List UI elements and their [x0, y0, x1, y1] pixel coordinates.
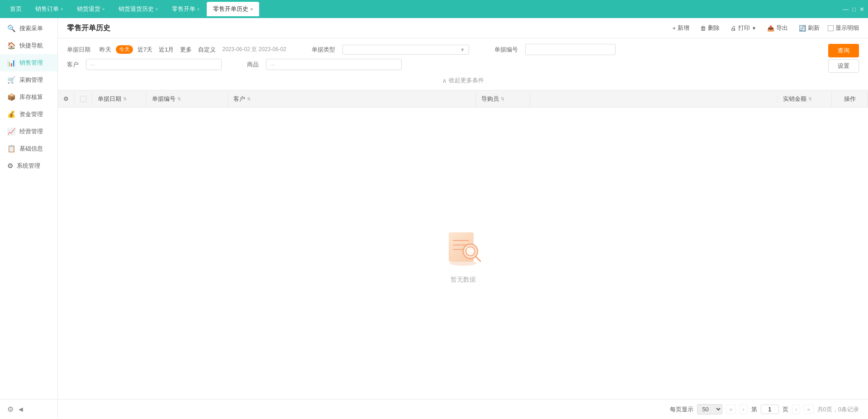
col-amount-sort-icon: ⇅ — [808, 96, 812, 101]
bill-type-select[interactable]: ▼ — [342, 45, 469, 55]
product-placeholder: ··· — [270, 61, 398, 68]
sidebar-label-7: 基础信息 — [19, 145, 43, 153]
date-options: 昨天 今天 近7天 近1月 更多 自定义 2023-06-02 至 2023-0… — [98, 45, 286, 55]
sidebar-item-7[interactable]: 📋基础信息 — [0, 140, 57, 157]
sidebar-item-8[interactable]: ⚙系统管理 — [0, 157, 57, 174]
col-date[interactable]: 单据日期 ⇅ — [92, 91, 147, 107]
tab-label: 首页 — [10, 5, 22, 13]
delete-label: 删除 — [708, 24, 720, 32]
tab-零售开单[interactable]: 零售开单 × — [166, 2, 206, 16]
sidebar-item-2[interactable]: 📊销售管理 — [0, 54, 57, 71]
sidebar-item-1[interactable]: 🏠快捷导航 — [0, 37, 57, 54]
last-page-button[interactable]: » — [804, 405, 813, 414]
tab-label: 销售订单 — [35, 5, 59, 13]
pagination: 每页显示 50 100 200 « ‹ 第 页 › » 共0页，0条记录 — [58, 399, 868, 419]
bill-num-label: 单据编号 — [494, 46, 518, 54]
refresh-label: 刷新 — [808, 24, 820, 32]
page-title: 零售开单历史 — [67, 24, 110, 33]
customer-placeholder: ··· — [90, 61, 218, 68]
sidebar-item-5[interactable]: 💰资金管理 — [0, 106, 57, 123]
product-input[interactable]: ··· — [266, 59, 402, 70]
settings-icon[interactable]: ⚙ — [7, 405, 14, 414]
tab-close-icon[interactable]: × — [250, 7, 253, 12]
prev-page-button[interactable]: ‹ — [740, 405, 748, 414]
tab-list: 首页销售订单 ×销货退货 ×销货退货历史 ×零售开单 ×零售开单历史 × — [4, 0, 259, 18]
date-option-7days[interactable]: 近7天 — [136, 45, 154, 55]
col-guide[interactable]: 导购员 ⇅ — [476, 91, 530, 107]
export-label: 导出 — [776, 24, 788, 32]
filter-actions: 查询 设置 — [828, 44, 859, 73]
sidebar-label-3: 采购管理 — [19, 76, 43, 84]
collapse-sidebar-icon[interactable]: ◄ — [17, 405, 24, 414]
print-arrow-icon: ▼ — [752, 26, 756, 31]
table-gear-icon: ⚙ — [63, 95, 69, 102]
refresh-button[interactable]: 🔄 刷新 — [796, 23, 822, 33]
col-customer[interactable]: 客户 ⇅ — [228, 91, 476, 107]
tab-label: 销货退货历史 — [119, 5, 154, 13]
tab-close-icon[interactable]: × — [102, 7, 105, 12]
bill-num-input[interactable] — [525, 44, 616, 55]
sidebar-item-6[interactable]: 📈经营管理 — [0, 123, 57, 140]
export-button[interactable]: 📤 导出 — [764, 23, 791, 33]
display-detail-toggle[interactable]: 显示明细 — [828, 24, 859, 32]
per-page-label: 每页显示 — [670, 405, 693, 414]
collapse-more-button[interactable]: ∧ 收起更多条件 — [67, 75, 859, 86]
sidebar-label-5: 资金管理 — [19, 110, 43, 118]
filter-settings-button[interactable]: 设置 — [828, 59, 859, 73]
col-amount[interactable]: 实销金额 ⇅ — [778, 91, 832, 107]
tab-销售订单[interactable]: 销售订单 × — [29, 2, 70, 16]
tab-首页[interactable]: 首页 — [4, 2, 28, 16]
sidebar-icon-3: 🛒 — [7, 76, 16, 84]
main-layout: 🔍搜索采单🏠快捷导航📊销售管理🛒采购管理📦库存核算💰资金管理📈经营管理📋基础信息… — [0, 18, 868, 419]
first-page-button[interactable]: « — [726, 405, 735, 414]
page-header: 零售开单历史 + 新增 🗑 删除 🖨 打印 ▼ 📤 导出 — [58, 18, 868, 38]
per-page-select[interactable]: 50 100 200 — [697, 404, 722, 414]
sidebar-icon-4: 📦 — [7, 93, 16, 101]
date-option-custom[interactable]: 自定义 — [196, 45, 218, 55]
col-extra — [530, 95, 778, 103]
minimize-btn[interactable]: — — [843, 6, 849, 13]
tab-销货退货历史[interactable]: 销货退货历史 × — [112, 2, 165, 16]
total-info: 共0页，0条记录 — [817, 405, 859, 414]
col-date-sort-icon: ⇅ — [123, 96, 127, 101]
sidebar-nav: 🔍搜索采单🏠快捷导航📊销售管理🛒采购管理📦库存核算💰资金管理📈经营管理📋基础信息… — [0, 18, 57, 176]
table-settings-icon-col[interactable]: ⚙ — [58, 92, 75, 106]
date-range-text: 2023-06-02 至 2023-06-02 — [222, 46, 286, 53]
close-window-btn[interactable]: ✕ — [859, 6, 864, 13]
filter-area: 单据日期 昨天 今天 近7天 近1月 更多 自定义 2023-06-02 至 2… — [58, 38, 868, 90]
query-button[interactable]: 查询 — [828, 44, 859, 57]
col-customer-sort-icon: ⇅ — [247, 96, 251, 101]
col-amount-label: 实销金额 — [783, 95, 806, 103]
table-select-all-col[interactable] — [75, 92, 92, 106]
page-number-input[interactable] — [761, 405, 779, 414]
empty-text: 暂无数据 — [451, 276, 476, 284]
tab-close-icon[interactable]: × — [156, 7, 158, 12]
select-all-checkbox[interactable] — [80, 96, 86, 102]
display-detail-label: 显示明细 — [835, 24, 859, 32]
col-num[interactable]: 单据编号 ⇅ — [147, 91, 228, 107]
next-page-button[interactable]: › — [792, 405, 800, 414]
customer-input[interactable]: ··· — [86, 59, 222, 70]
maximize-btn[interactable]: □ — [852, 6, 856, 13]
tab-零售开单历史[interactable]: 零售开单历史 × — [207, 2, 259, 16]
tab-label: 零售开单 — [172, 5, 195, 13]
sidebar-item-4[interactable]: 📦库存核算 — [0, 89, 57, 106]
date-option-1month[interactable]: 近1月 — [157, 45, 175, 55]
empty-state: 暂无数据 — [58, 108, 868, 399]
sidebar-item-0[interactable]: 🔍搜索采单 — [0, 20, 57, 37]
print-button[interactable]: 🖨 打印 ▼ — [728, 23, 759, 33]
col-num-label: 单据编号 — [152, 95, 175, 103]
delete-button[interactable]: 🗑 删除 — [697, 23, 722, 33]
sidebar-icon-1: 🏠 — [7, 42, 16, 50]
date-option-yesterday[interactable]: 昨天 — [98, 45, 113, 55]
sidebar-item-3[interactable]: 🛒采购管理 — [0, 71, 57, 89]
tab-销货退货[interactable]: 销货退货 × — [71, 2, 111, 16]
date-option-more[interactable]: 更多 — [178, 45, 194, 55]
display-checkbox[interactable] — [828, 25, 834, 31]
add-button[interactable]: + 新增 — [670, 23, 693, 33]
tab-close-icon[interactable]: × — [61, 7, 63, 12]
date-option-today[interactable]: 今天 — [116, 45, 133, 54]
tab-close-icon[interactable]: × — [197, 7, 200, 12]
customer-filter-label: 客户 — [67, 61, 79, 69]
col-ops-label: 操作 — [844, 95, 856, 103]
